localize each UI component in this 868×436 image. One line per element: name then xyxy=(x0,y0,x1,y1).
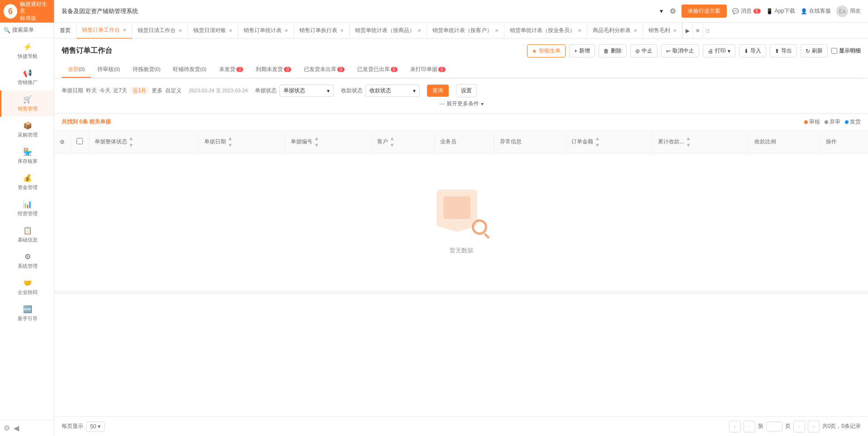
settings-gear-icon[interactable]: ⚙ xyxy=(4,424,10,432)
sidebar: 6 畅捷通好生意 标准版 🔍 搜索菜单 ⚡ 快捷导航 📢 营销推广 🛒 销售管理… xyxy=(0,0,54,436)
print-btn[interactable]: 🖨 打印 ▾ xyxy=(703,44,735,57)
app-dropdown[interactable]: ▼ xyxy=(659,8,664,14)
sidebar-search[interactable]: 🔍 搜索菜单 xyxy=(0,23,54,38)
sort-date[interactable]: 单据日期 ▲▼ xyxy=(204,135,279,148)
topbar-settings-icon[interactable]: ⚙ xyxy=(670,7,676,15)
sub-tab-unprinted[interactable]: 未打印单据0 xyxy=(404,62,452,78)
sort-collected[interactable]: 累计收款... ▲▼ xyxy=(658,135,743,148)
refresh-btn[interactable]: ↻ 刷新 xyxy=(801,44,828,57)
sidebar-item-marketing[interactable]: 📢 营销推广 xyxy=(0,64,54,90)
column-settings-icon[interactable]: ⚙ xyxy=(60,139,65,145)
star-icon: ★ xyxy=(532,48,537,54)
tab-scroll-right[interactable]: ▶ xyxy=(682,23,692,39)
tab-sales-more[interactable]: 销售毛利 ✕ xyxy=(643,23,682,39)
page-size-dropdown[interactable]: 50 ▾ xyxy=(86,422,105,431)
date-7days[interactable]: 近7天 xyxy=(113,87,127,95)
sub-tab-pending-inspect[interactable]: 待拣验货(0) xyxy=(126,62,167,78)
query-btn[interactable]: 查询 xyxy=(427,85,449,97)
tab-close-cash-daily[interactable]: ✕ xyxy=(178,28,182,33)
date-1month[interactable]: 近1月 xyxy=(130,86,149,95)
sort-customer[interactable]: 客户 ▲▼ xyxy=(377,135,429,148)
tab-restore[interactable]: □ xyxy=(703,23,712,39)
prev-page-btn[interactable]: ‹ xyxy=(743,421,755,432)
sidebar-item-sales[interactable]: 🛒 销售管理 xyxy=(0,90,54,117)
app-download-btn[interactable]: 📱 App下载 xyxy=(766,7,795,15)
review-action-btn[interactable]: 审核 xyxy=(804,118,820,126)
date-yesterday[interactable]: 昨天 xyxy=(86,87,97,95)
add-btn[interactable]: + 新增 xyxy=(569,44,595,57)
industry-btn[interactable]: 体验行业方案 xyxy=(681,5,727,18)
tab-cash-daily[interactable]: 钱货日清工作台 ✕ xyxy=(132,23,188,39)
first-page-btn[interactable]: « xyxy=(729,421,741,432)
import-btn[interactable]: ⬇ 导入 xyxy=(739,44,766,57)
tab-shipment-customer[interactable]: 销货单统计表（按客户） ✕ xyxy=(427,23,504,39)
next-page-btn[interactable]: › xyxy=(793,421,805,432)
show-detail-checkbox[interactable] xyxy=(831,48,837,54)
sub-tab-overdue-ship[interactable]: 到期未发货0 xyxy=(249,62,297,78)
tab-home[interactable]: 首页 xyxy=(54,23,77,39)
sub-tab-all[interactable]: 全部(0) xyxy=(62,62,91,78)
app-title: 装备及固定资产辅助管理系统 xyxy=(62,7,653,15)
tab-gross-margin[interactable]: 商品毛利分析表 ✕ xyxy=(587,23,643,39)
tab-close-sales-exec[interactable]: ✕ xyxy=(340,28,344,33)
sidebar-item-system[interactable]: ⚙ 系统管理 xyxy=(0,248,54,274)
smart-create-btn[interactable]: ★ 智能生单 xyxy=(527,44,566,57)
sort-number[interactable]: 单据编号 ▲▼ xyxy=(291,135,366,148)
sidebar-item-basic[interactable]: 📋 基础信息 xyxy=(0,222,54,248)
sidebar-item-inventory[interactable]: 🏪 库存核算 xyxy=(0,143,54,169)
tab-close-cash-reconcile[interactable]: ✕ xyxy=(229,28,232,33)
sidebar-item-purchase[interactable]: 📦 采购管理 xyxy=(0,117,54,143)
tab-close-shipment-product[interactable]: ✕ xyxy=(417,28,421,33)
table-action-btns: 审核 弃审 发货 xyxy=(804,118,861,126)
sidebar-item-enterprise[interactable]: 🤝 企业协同 xyxy=(0,274,54,300)
tab-close-shipment-staff[interactable]: ✕ xyxy=(578,28,581,33)
tab-close-sales-stats[interactable]: ✕ xyxy=(284,28,288,33)
ship-action-btn[interactable]: 发货 xyxy=(845,118,861,126)
cancel-review-action-btn[interactable]: 弃审 xyxy=(825,118,840,126)
date-more[interactable]: 更多 xyxy=(152,87,163,95)
export-btn[interactable]: ⬆ 导出 xyxy=(770,44,797,57)
date-today[interactable]: 今天 xyxy=(100,87,110,95)
online-service-btn[interactable]: 👤 在线客服 xyxy=(801,7,831,15)
stop-btn[interactable]: ⊘ 中止 xyxy=(630,44,657,57)
sub-tab-pending-review[interactable]: 待审核(0) xyxy=(91,62,126,78)
last-page-btn[interactable]: » xyxy=(808,421,820,432)
tab-close-all[interactable]: ✕ xyxy=(692,23,703,39)
sidebar-item-operations[interactable]: 📊 经营管理 xyxy=(0,195,54,222)
message-btn[interactable]: 💬 消息 6 xyxy=(732,7,761,15)
page-number-input[interactable]: 1 xyxy=(766,422,782,431)
tab-sales-workbench[interactable]: 销售订单工作台 ✕ xyxy=(77,23,132,39)
tab-close-sales-workbench[interactable]: ✕ xyxy=(123,28,126,33)
cancel-stop-btn[interactable]: ↩ 取消中止 xyxy=(661,44,699,57)
tab-sales-exec[interactable]: 销售订单执行表 ✕ xyxy=(294,23,350,39)
tab-close-sales-more[interactable]: ✕ xyxy=(673,28,676,33)
sub-tabs: 全部(0) 待审核(0) 待拣验货(0) 旺铺待发货(0) 未发货0 到期未发货… xyxy=(62,62,861,78)
sidebar-item-guide[interactable]: 🆕 新手引导 xyxy=(0,300,54,327)
filter-bar: 单据日期 昨天 今天 近7天 近1月 更多 自定义 2023-02-24 至 2… xyxy=(54,79,868,114)
sidebar-item-quick-nav[interactable]: ⚡ 快捷导航 xyxy=(0,38,54,64)
tab-close-gross-margin[interactable]: ✕ xyxy=(633,28,637,33)
show-detail-label[interactable]: 显示明细 xyxy=(831,47,861,55)
payment-select[interactable]: 收款状态 ▾ xyxy=(365,85,420,97)
tab-shipment-product[interactable]: 销货单统计表（按商品） ✕ xyxy=(350,23,427,39)
sub-tab-shipped-out[interactable]: 已发货已出库0 xyxy=(351,62,404,78)
date-custom[interactable]: 自定义 xyxy=(165,87,182,95)
collapse-icon[interactable]: ◀ xyxy=(14,424,19,432)
select-all-checkbox[interactable] xyxy=(77,138,83,144)
filter-settings-btn[interactable]: 设置 xyxy=(456,84,477,97)
horizontal-scrollbar[interactable] xyxy=(54,291,868,294)
sub-tab-unshipped[interactable]: 未发货0 xyxy=(213,62,250,78)
expand-more-btn[interactable]: ⋯ 展开更多条件 ▾ xyxy=(439,100,484,108)
delete-btn[interactable]: 🗑 删除 xyxy=(599,44,627,57)
sub-tab-wangpu-ship[interactable]: 旺铺待发货(0) xyxy=(167,62,212,78)
tab-shipment-staff[interactable]: 销货单统计表（按业务员） ✕ xyxy=(504,23,587,39)
tab-cash-reconcile[interactable]: 钱货日清对账 ✕ xyxy=(188,23,238,39)
tab-sales-stats[interactable]: 销售订单统计表 ✕ xyxy=(238,23,294,39)
sort-amount[interactable]: 订单金额 ▲▼ xyxy=(571,135,647,148)
tab-close-shipment-customer[interactable]: ✕ xyxy=(495,28,499,33)
status-select[interactable]: 单据状态 ▾ xyxy=(279,85,334,97)
sub-tab-shipped-not-out[interactable]: 已发货未出库0 xyxy=(297,62,351,78)
sidebar-item-finance[interactable]: 💰 资金管理 xyxy=(0,169,54,195)
user-menu[interactable]: Ea 用友 xyxy=(836,5,861,17)
sort-status[interactable]: 单据整体状态 ▲▼ xyxy=(95,135,193,148)
